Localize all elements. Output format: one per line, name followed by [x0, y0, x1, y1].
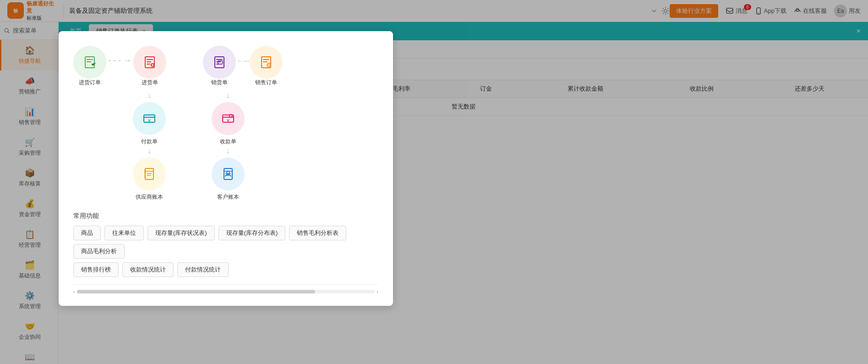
flow-item-sales-bill[interactable]: 销货单 [203, 46, 236, 87]
supplier-account-label: 供应商账本 [136, 193, 163, 201]
sales-order-label: 销售订单 [255, 79, 277, 87]
scroll-right-btn[interactable]: › [377, 288, 378, 295]
flow-col-payment: ↓ ¥ 付款单 [133, 90, 166, 146]
flow-item-sales-order[interactable]: 销售订单 [250, 46, 283, 87]
common-buttons-row2: 销售排行榜 收款情况统计 付款情况统计 [73, 262, 378, 277]
btn-partners[interactable]: 往来单位 [104, 226, 144, 240]
svg-text:¥: ¥ [147, 118, 151, 123]
purchase-order-label: 进货订单 [79, 79, 101, 87]
flow-main-row: 进货订单 - - - → [73, 46, 378, 201]
common-buttons-row1: 商品 往来单位 现存量(库存状况表) 现存量(库存分布表) 销售毛利分析表 商品… [73, 226, 378, 259]
popup-overlay[interactable]: 进货订单 - - - → [0, 0, 868, 364]
btn-sales-profit[interactable]: 销售毛利分析表 [289, 226, 346, 240]
purchase-bill-label: 进货单 [142, 79, 158, 87]
flow-col-customer-account: ↓ 客户账本 [212, 146, 245, 201]
svg-rect-27 [144, 170, 146, 178]
sales-bill-label: 销货单 [211, 79, 228, 87]
sales-order-icon [250, 46, 283, 79]
down-arrow-customer: ↓ [226, 147, 230, 155]
btn-payment-stats[interactable]: 付款情况统计 [177, 262, 229, 277]
btn-sales-rank[interactable]: 销售排行榜 [73, 262, 119, 277]
scroll-left-btn[interactable]: ‹ [73, 288, 75, 295]
down-arrow-receipt: ↓ [226, 91, 230, 99]
customer-account-label: 客户账本 [217, 193, 239, 201]
common-functions-section: 常用功能 商品 往来单位 现存量(库存状况表) 现存量(库存分布表) 销售毛利分… [73, 212, 378, 277]
scroll-bar-area: ‹ › [73, 284, 378, 295]
payment-bill-label: 付款单 [141, 138, 158, 146]
down-arrow-payment: ↓ [147, 91, 152, 99]
arrow-1: - - - → [108, 56, 131, 65]
scroll-track[interactable] [77, 290, 375, 293]
btn-stock-status[interactable]: 现存量(库存状况表) [147, 226, 215, 240]
scroll-thumb [77, 290, 315, 293]
flow-col-supplier-account: ↓ 供应商账本 [133, 146, 166, 201]
btn-goods[interactable]: 商品 [73, 226, 101, 240]
purchase-bill-icon [133, 46, 166, 79]
flow-section: 进货订单 - - - → [73, 46, 378, 201]
flow-col-receipt: ↓ ¥ 收款单 [212, 90, 245, 146]
supplier-account-icon[interactable] [133, 158, 166, 190]
btn-receipt-stats[interactable]: 收款情况统计 [122, 262, 174, 277]
flow-item-purchase-order[interactable]: 进货订单 [73, 46, 106, 87]
svg-text:¥: ¥ [226, 118, 229, 123]
flow-item-purchase-bill[interactable]: 进货单 [133, 46, 166, 87]
popup: 进货订单 - - - → [59, 31, 393, 306]
sales-bill-icon [203, 46, 236, 79]
down-arrow-supplier: ↓ [147, 147, 152, 155]
dashed-arrow-1: ← - - - [237, 57, 249, 65]
payment-bill-icon[interactable]: ¥ [133, 102, 166, 135]
purchase-order-icon [73, 46, 106, 79]
receipt-bill-label: 收款单 [220, 138, 236, 146]
btn-stock-dist[interactable]: 现存量(库存分布表) [218, 226, 286, 240]
receipt-bill-icon[interactable]: ¥ [212, 102, 245, 135]
svg-rect-26 [145, 168, 153, 179]
btn-goods-profit[interactable]: 商品毛利分析 [73, 244, 125, 259]
common-functions-title: 常用功能 [73, 212, 378, 220]
customer-account-icon[interactable] [212, 158, 245, 190]
